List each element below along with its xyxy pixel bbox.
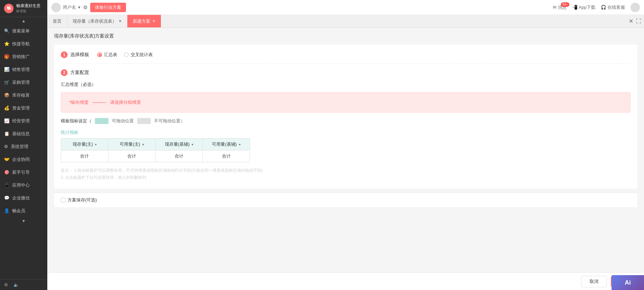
- online-service-label: 在线客服: [608, 4, 625, 10]
- download-icon: 📲: [572, 5, 577, 10]
- sidebar-scroll-up[interactable]: ▲: [0, 17, 47, 25]
- tab-home[interactable]: 首页: [47, 15, 67, 27]
- sidebar-item-app[interactable]: 📱 应用中心: [0, 179, 47, 192]
- app-download-label: App下载: [579, 4, 595, 10]
- vertical-dim-placeholder: 请选择分组维度: [110, 99, 141, 105]
- action-bar: 取消 查询: [47, 272, 644, 290]
- sidebar-item-label: 畅会员: [12, 208, 25, 214]
- sidebar-item-search[interactable]: 🔍 搜索菜单: [0, 25, 47, 38]
- money-icon: 💰: [4, 105, 9, 111]
- sidebar-item-label: 系统管理: [11, 144, 28, 150]
- radio-summary-label: 汇总表: [104, 52, 117, 58]
- topbar: 用户名 ▾ ⚙ 体验行业方案 ✉ 消息 99+ 📲 App下载 🎧 在线客服: [47, 0, 644, 15]
- tab-inventory[interactable]: 现存量（库存状况表） ✕: [67, 15, 127, 27]
- stats-col-1-label: 现存量(主): [73, 141, 93, 147]
- checkbox-box: [61, 198, 66, 202]
- stats-data-cell-2: 合计: [108, 150, 156, 162]
- topbar-avatar[interactable]: [630, 3, 640, 12]
- tab-inventory-close[interactable]: ✕: [119, 19, 122, 23]
- settings-gear-icon[interactable]: ⚙: [83, 4, 88, 10]
- step1-number: 1: [61, 51, 68, 58]
- step2-number: 2: [61, 69, 68, 76]
- stats-header-row: 现存量(主) ▾ 可用量(主) ▾ 现存量(基辅) ▾ 可用量(基辅): [61, 139, 250, 150]
- step2-title: 方案配置: [70, 70, 89, 76]
- stats-col-4[interactable]: 可用量(基辅) ▾: [203, 139, 250, 150]
- sidebar-item-inventory[interactable]: 📦 库存核算: [0, 89, 47, 102]
- stats-section: 统计指标 现存量(主) ▾ 可用量(主) ▾ 现存量(基辅): [61, 129, 630, 162]
- sidebar-item-guide[interactable]: 🎯 新手引导: [0, 166, 47, 179]
- radio-cross[interactable]: 交叉统计表: [124, 52, 153, 58]
- tabbar: 首页 现存量（库存状况表） ✕ 新建方案 ✕ ✕ ⛶: [47, 15, 644, 28]
- sidebar-item-label: 资金管理: [12, 105, 30, 111]
- online-service-btn[interactable]: 🎧 在线客服: [601, 4, 625, 10]
- close-window-icon[interactable]: ✕: [629, 18, 633, 24]
- step1-header: 1 选择模板 汇总表 交叉统计表: [61, 51, 630, 58]
- ai-float-button[interactable]: Ai: [612, 275, 644, 290]
- sidebar-item-label: 基础信息: [12, 131, 30, 137]
- non-draggable-indicator-box: [137, 118, 151, 124]
- stats-label: 统计指标: [61, 129, 630, 136]
- sidebar-item-member[interactable]: 👤 畅会员: [0, 204, 47, 217]
- chevron-down-icon-1: ▾: [95, 143, 97, 146]
- sidebar-item-purchase[interactable]: 🛒 采购管理: [0, 76, 47, 89]
- app-download-btn[interactable]: 📲 App下载: [572, 4, 595, 10]
- stats-col-2-label: 可用量(主): [120, 141, 140, 147]
- ai-label: Ai: [625, 279, 631, 286]
- pink-dimension-area[interactable]: *纵向维度 请选择分组维度: [61, 92, 630, 113]
- sidebar-item-label: 采购管理: [12, 79, 30, 86]
- tips-line-1: 提示： 1.拖动标题栏可以调整布局，不可跨维度或指标区域拖动栏目字段(只能在同一…: [61, 168, 630, 173]
- page-title: 现存量(库存状况表)方案设置: [54, 33, 637, 39]
- sidebar-item-sales[interactable]: 📊 销售管理: [0, 63, 47, 76]
- sidebar-item-quick-nav[interactable]: ⭐ 快捷导航: [0, 38, 47, 50]
- dim-separator-line: [93, 102, 106, 103]
- stats-col-1[interactable]: 现存量(主) ▾: [61, 139, 108, 150]
- sidebar-item-operation[interactable]: 📈 经营管理: [0, 115, 47, 127]
- expand-icon[interactable]: ⛶: [636, 18, 641, 24]
- tips-line-2: 2. 点击标题栏下拉可设置排序、插入列和删除列: [61, 175, 630, 180]
- sidebar-item-label: 经营管理: [12, 118, 30, 124]
- stats-col-3[interactable]: 现存量(基辅) ▾: [156, 139, 203, 150]
- search-icon: 🔍: [4, 28, 9, 33]
- target-icon: 🎯: [4, 170, 9, 175]
- sidebar-item-enterprise[interactable]: 🤝 企业协同: [0, 153, 47, 166]
- sidebar-bottom: ⚙ 🔈: [0, 279, 47, 290]
- sidebar-item-finance[interactable]: 💰 资金管理: [0, 102, 47, 115]
- volume-icon[interactable]: 🔈: [14, 282, 19, 287]
- handshake-icon: 🤝: [4, 157, 9, 162]
- stats-table: 现存量(主) ▾ 可用量(主) ▾ 现存量(基辅) ▾ 可用量(基辅): [61, 138, 250, 162]
- clipboard-icon: 📋: [4, 131, 9, 136]
- tab-new-scheme-close[interactable]: ✕: [152, 19, 155, 23]
- sidebar-item-wechat[interactable]: 💬 企业微信: [0, 192, 47, 204]
- sidebar-item-label: 应用中心: [12, 182, 30, 188]
- chevron-down-icon-2: ▾: [142, 143, 144, 146]
- save-scheme-row: 方案保存(可选): [54, 193, 637, 207]
- app-version: 标准版: [16, 9, 41, 14]
- sidebar-item-label: 企业微信: [12, 195, 30, 201]
- stats-data-cell-3: 合计: [156, 150, 203, 162]
- username: 用户名: [63, 4, 76, 10]
- sidebar-item-system[interactable]: ⚙ 系统管理: [0, 140, 47, 153]
- radio-summary[interactable]: 汇总表: [97, 52, 117, 58]
- chevron-down-icon-4: ▾: [239, 143, 241, 146]
- industry-btn[interactable]: 体验行业方案: [90, 3, 126, 12]
- topbar-right: ✉ 消息 99+ 📲 App下载 🎧 在线客服: [553, 3, 640, 12]
- trending-icon: 📈: [4, 118, 9, 123]
- stats-col-4-label: 可用量(基辅): [212, 141, 237, 147]
- phone-icon: 📱: [4, 183, 9, 188]
- logo-icon: 畅: [4, 4, 14, 13]
- dropdown-icon[interactable]: ▾: [78, 5, 80, 10]
- cancel-button[interactable]: 取消: [581, 276, 607, 287]
- wechat-icon: 💬: [4, 195, 9, 200]
- sidebar-item-marketing[interactable]: 🎁 营销推广: [0, 50, 47, 63]
- save-scheme-checkbox[interactable]: 方案保存(可选): [61, 197, 97, 203]
- gift-icon: 🎁: [4, 54, 9, 59]
- sidebar-scroll-down[interactable]: ▼: [0, 217, 47, 225]
- draggable-label: 可拖动位置: [112, 118, 134, 124]
- stats-data-row: 合计 合计 合计 合计: [61, 150, 250, 162]
- tab-new-scheme[interactable]: 新建方案 ✕: [127, 15, 161, 27]
- sidebar-item-basic[interactable]: 📋 基础信息: [0, 127, 47, 140]
- settings-icon[interactable]: ⚙: [4, 282, 8, 287]
- messages-btn[interactable]: ✉ 消息 99+: [553, 4, 567, 10]
- draggable-indicator-box: [95, 118, 108, 124]
- stats-col-2[interactable]: 可用量(主) ▾: [108, 139, 156, 150]
